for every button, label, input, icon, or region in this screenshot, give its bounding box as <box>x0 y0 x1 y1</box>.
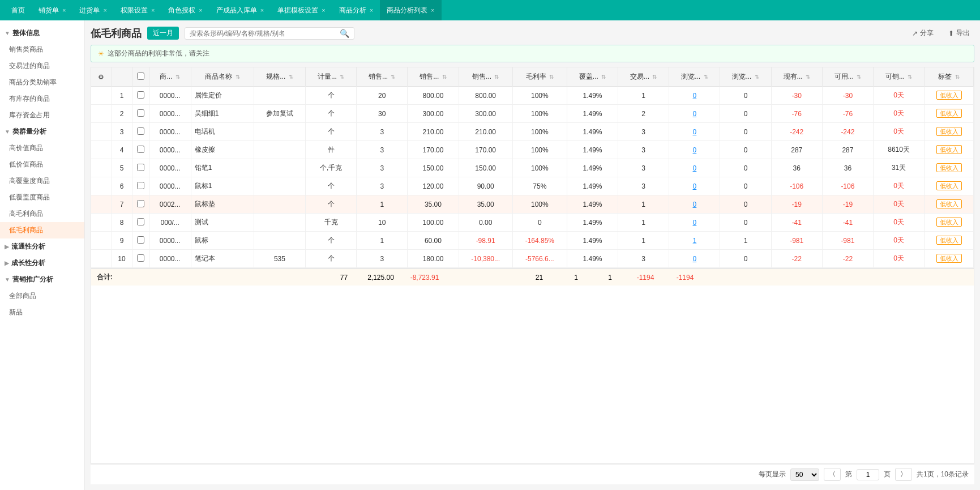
search-input[interactable] <box>190 29 340 37</box>
col-view1[interactable]: 浏览... ⇅ <box>669 67 720 87</box>
close-purchase-tab[interactable]: × <box>103 7 106 14</box>
close-template-tab[interactable]: × <box>322 7 325 14</box>
row-check[interactable] <box>132 195 149 214</box>
row-name: 鼠标垫 <box>191 195 254 214</box>
row-sellable: 0天 <box>873 250 924 268</box>
col-current-stock[interactable]: 现有... ⇅ <box>771 67 822 87</box>
col-sales-profit[interactable]: 销售... ⇅ <box>459 67 512 87</box>
row-check[interactable] <box>132 214 149 232</box>
next-page-button[interactable]: 〉 <box>895 468 912 481</box>
close-analysis-tab[interactable]: × <box>370 7 373 14</box>
close-roles-tab[interactable]: × <box>199 7 202 14</box>
nav-permissions[interactable]: 权限设置 × <box>114 0 161 20</box>
share-button[interactable]: ↗ 分享 <box>908 26 938 40</box>
nav-roles[interactable]: 角色授权 × <box>161 0 209 20</box>
row-view1[interactable]: 0 <box>669 159 720 177</box>
row-current-stock: -981 <box>771 232 822 250</box>
row-check[interactable] <box>132 250 149 268</box>
row-check[interactable] <box>132 177 149 195</box>
sidebar-item-stock-capital[interactable]: 库存资金占用 <box>0 107 84 123</box>
close-permissions-tab[interactable]: × <box>151 7 155 14</box>
row-sales-qty: 30 <box>357 105 408 123</box>
arrow-circulation: ▶ <box>5 244 9 250</box>
sidebar-item-low-coverage[interactable]: 低覆盖度商品 <box>0 189 84 206</box>
close-products-entry-tab[interactable]: × <box>260 7 264 14</box>
col-sellable[interactable]: 可销... ⇅ <box>873 67 924 87</box>
row-view1[interactable]: 1 <box>669 232 720 250</box>
sidebar-item-new-products[interactable]: 新品 <box>0 304 84 321</box>
row-unit: 件 <box>306 141 357 159</box>
prev-page-button[interactable]: 〈 <box>824 468 841 481</box>
sidebar-item-low-margin[interactable]: 低毛利商品 <box>0 222 84 238</box>
sidebar-section-cluster[interactable]: ▼ 类群量分析 <box>0 123 84 140</box>
col-coverage[interactable]: 覆盖... ⇅ <box>567 67 618 87</box>
table-row: 4 0000... 橡皮擦 件 3 170.00 170.00 100% 1.4… <box>91 141 974 159</box>
row-name: 属性定价 <box>191 87 254 105</box>
col-sales-price[interactable]: 销售... ⇅ <box>408 67 459 87</box>
row-view1[interactable]: 0 <box>669 195 720 214</box>
row-tag: 低收入 <box>925 123 974 141</box>
row-check[interactable] <box>132 87 149 105</box>
sidebar-item-high-coverage[interactable]: 高覆盖度商品 <box>0 173 84 189</box>
sidebar-section-growth[interactable]: ▶ 成长性分析 <box>0 255 84 271</box>
row-available: -22 <box>822 250 873 268</box>
row-check[interactable] <box>132 232 149 250</box>
col-sales-qty[interactable]: 销售... ⇅ <box>357 67 408 87</box>
sidebar-item-sales-products[interactable]: 销售类商品 <box>0 41 84 58</box>
sidebar-item-all-products[interactable]: 全部商品 <box>0 288 84 304</box>
per-page-select[interactable]: 50 100 200 <box>790 468 819 481</box>
col-tag[interactable]: 标签 ⇅ <box>925 67 974 87</box>
row-view1[interactable]: 0 <box>669 123 720 141</box>
row-check[interactable] <box>132 141 149 159</box>
col-available[interactable]: 可用... ⇅ <box>822 67 873 87</box>
col-code[interactable]: 商... ⇅ <box>149 67 191 87</box>
page-number-input[interactable] <box>857 469 879 480</box>
col-view2[interactable]: 浏览... ⇅ <box>720 67 771 87</box>
time-filter-button[interactable]: 近一月 <box>147 27 179 40</box>
sidebar-item-high-value[interactable]: 高价值商品 <box>0 140 84 156</box>
close-sales-tab[interactable]: × <box>62 7 66 14</box>
row-code: 0000... <box>149 159 191 177</box>
sidebar-item-in-stock[interactable]: 有库存的商品 <box>0 91 84 107</box>
col-unit[interactable]: 计量... ⇅ <box>306 67 357 87</box>
sidebar-item-category-rate[interactable]: 商品分类助销率 <box>0 74 84 91</box>
row-view1[interactable]: 0 <box>669 87 720 105</box>
row-available: -981 <box>822 232 873 250</box>
close-analysis-list-tab[interactable]: × <box>431 7 434 14</box>
row-view1[interactable]: 0 <box>669 250 720 268</box>
nav-products-entry[interactable]: 产成品入库单 × <box>209 0 271 20</box>
col-name[interactable]: 商品名称 ⇅ <box>191 67 254 87</box>
sidebar-item-high-margin[interactable]: 高毛利商品 <box>0 206 84 222</box>
row-spec <box>254 232 305 250</box>
sidebar-section-circulation[interactable]: ▶ 流通性分析 <box>0 238 84 255</box>
col-settings[interactable]: ⚙ <box>91 67 112 87</box>
row-view1[interactable]: 0 <box>669 141 720 159</box>
select-all-checkbox[interactable] <box>137 73 144 80</box>
row-check[interactable] <box>132 123 149 141</box>
row-view1[interactable]: 0 <box>669 177 720 195</box>
search-icon[interactable]: 🔍 <box>340 29 349 38</box>
col-gross-rate[interactable]: 毛利率 ⇅ <box>512 67 567 87</box>
sidebar-item-low-value[interactable]: 低价值商品 <box>0 156 84 173</box>
export-button[interactable]: ⬆ 导出 <box>944 26 974 40</box>
row-sales-profit: 90.00 <box>459 177 512 195</box>
row-view1[interactable]: 0 <box>669 105 720 123</box>
nav-template-settings[interactable]: 单据模板设置 × <box>271 0 332 20</box>
sidebar-section-marketing[interactable]: ▼ 营销推广分析 <box>0 271 84 288</box>
row-gross-rate: 100% <box>512 105 567 123</box>
nav-purchase[interactable]: 进货单 × <box>72 0 113 20</box>
col-trade-count[interactable]: 交易... ⇅ <box>618 67 669 87</box>
nav-home[interactable]: 首页 <box>5 0 32 20</box>
row-check[interactable] <box>132 105 149 123</box>
nav-analysis-list[interactable]: 商品分析列表 × <box>380 0 441 20</box>
footer-current-stock: -1194 <box>626 274 665 282</box>
row-sales-price: 100.00 <box>408 214 459 232</box>
sidebar-section-overall[interactable]: ▼ 整体信息 <box>0 25 84 41</box>
col-spec[interactable]: 规格... ⇅ <box>254 67 305 87</box>
row-view2: 0 <box>720 87 771 105</box>
nav-product-analysis[interactable]: 商品分析 × <box>332 0 380 20</box>
row-view1[interactable]: 0 <box>669 214 720 232</box>
sidebar-item-traded-products[interactable]: 交易过的商品 <box>0 58 84 74</box>
row-check[interactable] <box>132 159 149 177</box>
nav-sales[interactable]: 销货单 × <box>32 0 72 20</box>
